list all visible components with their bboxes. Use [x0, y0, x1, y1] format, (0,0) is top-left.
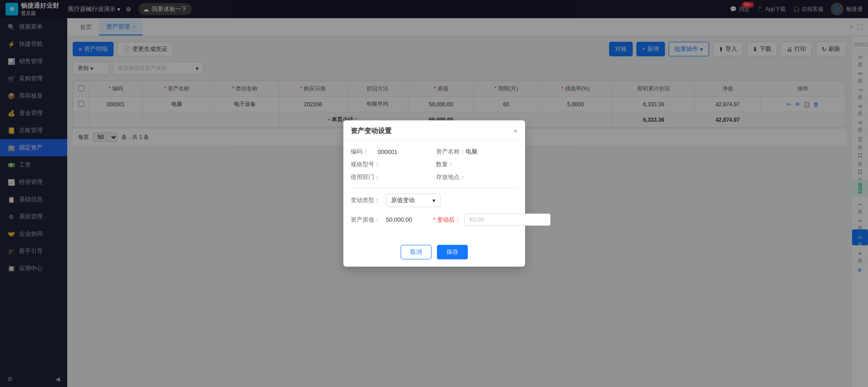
- change-type-dropdown-icon: ▾: [432, 197, 436, 204]
- asset-change-modal: 资产变动设置 × 编码： 000001 资产名称： 电脑 规格型号： 数量：: [343, 120, 525, 267]
- modal-change-type-label: 变动类型：: [351, 196, 382, 204]
- modal-code-field: 编码： 000001: [351, 148, 432, 156]
- modal-location-label: 存放地点：: [436, 173, 466, 181]
- modal-quantity-field: 数量：: [436, 160, 518, 169]
- modal-save-btn[interactable]: 保存: [437, 245, 468, 259]
- modal-dept-label: 使用部门：: [351, 173, 380, 181]
- modal-footer: 取消 保存: [343, 239, 525, 267]
- modal-close-btn[interactable]: ×: [513, 127, 517, 135]
- modal-asset-name-value: 电脑: [466, 148, 477, 156]
- save-label: 保存: [446, 248, 458, 255]
- modal-quantity-label: 数量：: [436, 160, 463, 169]
- modal-asset-name-field: 资产名称： 电脑: [436, 148, 518, 156]
- modal-after-change-label: * 变动后：: [433, 216, 461, 224]
- modal-body: 编码： 000001 资产名称： 电脑 规格型号： 数量： 使用部门：: [343, 140, 525, 239]
- modal-asset-value-row: 资产原值： 50,000.00 * 变动后：: [351, 213, 518, 226]
- modal-asset-name-label: 资产名称：: [436, 148, 466, 156]
- modal-code-value: 000001: [378, 149, 397, 155]
- modal-change-type-value: 原值变动: [391, 196, 415, 204]
- modal-header: 资产变动设置 ×: [343, 120, 525, 140]
- modal-after-change-input[interactable]: [464, 213, 551, 226]
- cancel-label: 取消: [410, 248, 422, 255]
- modal-cancel-btn[interactable]: 取消: [401, 245, 432, 259]
- modal-dept-field: 使用部门：: [351, 173, 432, 181]
- modal-title: 资产变动设置: [351, 127, 392, 135]
- modal-code-label: 编码：: [351, 148, 378, 156]
- modal-change-type-row: 变动类型： 原值变动 ▾: [351, 194, 518, 207]
- modal-divider-1: [351, 188, 518, 188]
- modal-spec-label: 规格型号：: [351, 160, 380, 169]
- modal-spec-field: 规格型号：: [351, 160, 432, 169]
- modal-location-field: 存放地点：: [436, 173, 518, 181]
- modal-change-type-select[interactable]: 原值变动 ▾: [386, 194, 441, 207]
- modal-asset-value-label: 资产原值：: [351, 216, 382, 224]
- modal-info-grid: 编码： 000001 资产名称： 电脑 规格型号： 数量： 使用部门：: [351, 148, 518, 181]
- modal-asset-value: 50,000.00: [386, 216, 422, 223]
- modal-overlay: 资产变动设置 × 编码： 000001 资产名称： 电脑 规格型号： 数量：: [0, 0, 868, 387]
